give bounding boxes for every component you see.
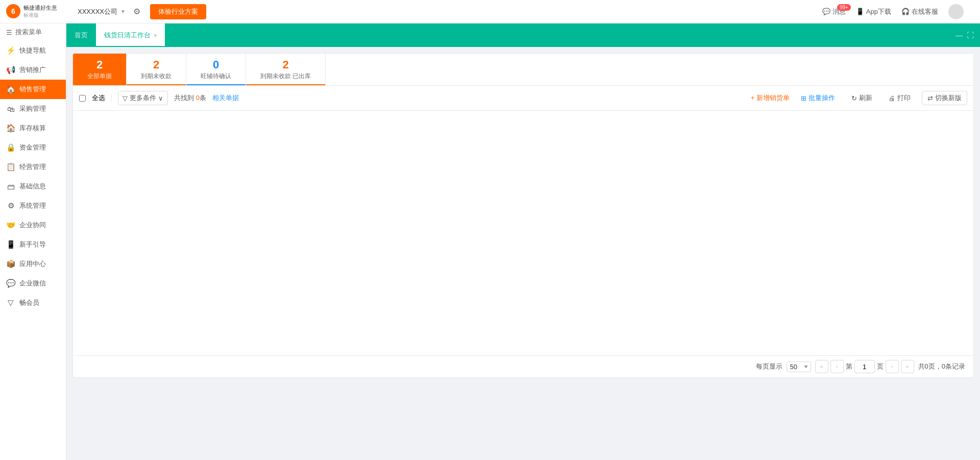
stat-tab-overdue[interactable]: 2 到期未收款 — [127, 54, 186, 85]
sidebar-item-wechat[interactable]: 💬 企业微信 — [0, 274, 66, 293]
guide-icon: 📱 — [6, 240, 15, 249]
sidebar-item-marketing[interactable]: 📢 营销推广 — [0, 60, 66, 80]
stats-bar: 2 全部单据 2 到期未收款 0 旺辅待确认 2 到期未收款 已出库 — [72, 53, 974, 86]
message-button[interactable]: 💬 消息 99+ — [822, 7, 846, 16]
trial-button[interactable]: 体验行业方案 — [150, 4, 206, 19]
sidebar-item-cooperation[interactable]: 🤝 企业协同 — [0, 215, 66, 235]
select-all-label: 全选 — [92, 93, 105, 103]
minimize-icon[interactable]: — — [955, 31, 963, 39]
stat-count-pending: 0 — [213, 58, 219, 71]
download-icon: 📱 — [856, 8, 864, 15]
finance-icon: 🔒 — [6, 143, 15, 152]
online-service-button[interactable]: 🎧 在线客服 — [901, 7, 938, 16]
tab-close-icon[interactable]: × — [154, 32, 157, 38]
top-bar: 6 畅捷通好生意 标准版 XXXXXX公司 ▼ ⚙ 体验行业方案 💬 消息 99… — [0, 0, 980, 23]
wechat-icon: 💬 — [6, 279, 15, 288]
sidebar-search[interactable]: ☰ 搜索菜单 — [0, 23, 66, 41]
app-download-button[interactable]: 📱 App下载 — [856, 7, 891, 16]
app-title: 畅捷通好生意 — [23, 4, 57, 11]
operation-icon: 📋 — [6, 162, 15, 172]
sidebar-item-finance[interactable]: 🔒 资金管理 — [0, 138, 66, 157]
sidebar: ☰ 搜索菜单 ⚡ 快捷导航 📢 营销推广 🏠 销售管理 🛍 采购管理 🏠 库存核… — [0, 0, 66, 460]
last-page-button[interactable]: » — [901, 360, 914, 373]
tab-bar-right: — ⛶ — [955, 31, 980, 39]
tab-bar: 首页 钱货日清工作台 × — ⛶ — [66, 23, 980, 47]
stat-label-pending: 旺辅待确认 — [201, 72, 231, 81]
new-sales-button[interactable]: + 新增销货单 — [751, 93, 790, 103]
sales-icon: 🏠 — [6, 85, 15, 94]
tab-underline-pending — [186, 84, 246, 85]
basic-icon: 🗃 — [6, 182, 15, 191]
page-text-suffix: 页 — [877, 362, 884, 371]
select-all-checkbox[interactable] — [79, 95, 86, 102]
per-page-select[interactable]: 50 10 20 100 — [787, 361, 811, 372]
sidebar-item-guide[interactable]: 📱 新手引导 — [0, 235, 66, 254]
stat-label-all: 全部单据 — [87, 72, 112, 81]
logo-area: 6 畅捷通好生意 标准版 — [6, 4, 72, 18]
sidebar-item-quick-nav[interactable]: ⚡ 快捷导航 — [0, 41, 66, 60]
batch-ops-button[interactable]: ⊞ 批量操作 — [796, 91, 840, 105]
stat-label-overdue-shipped: 到期未收款 已出库 — [260, 72, 311, 81]
top-right-area: 💬 消息 99+ 📱 App下载 🎧 在线客服 — [822, 4, 974, 19]
tab-workbench[interactable]: 钱货日清工作台 × — [96, 23, 165, 47]
message-badge: 99+ — [837, 4, 851, 11]
prev-page-button[interactable]: ‹ — [830, 360, 844, 373]
maximize-icon[interactable]: ⛶ — [967, 31, 974, 39]
stat-count-overdue: 2 — [153, 58, 159, 71]
stat-count-all: 2 — [96, 58, 103, 71]
more-filters-button[interactable]: ▽ 更多条件 ∨ — [118, 91, 168, 105]
apps-icon: 📦 — [6, 259, 15, 269]
page-nav: « ‹ 第 页 › » — [815, 360, 914, 373]
marketing-icon: 📢 — [6, 65, 15, 75]
sidebar-item-system[interactable]: ⚙ 系统管理 — [0, 196, 66, 215]
page-text-prefix: 第 — [846, 362, 852, 371]
system-icon: ⚙ — [6, 201, 15, 210]
search-icon: ☰ — [6, 29, 12, 36]
first-page-button[interactable]: « — [815, 360, 828, 373]
inventory-icon: 🏠 — [6, 124, 15, 133]
switch-version-button[interactable]: ⇄ 切换新版 — [922, 91, 967, 105]
logo-icon: 6 — [6, 4, 20, 18]
page-input[interactable] — [854, 360, 875, 373]
stat-count-overdue-shipped: 2 — [283, 58, 289, 71]
sidebar-item-operation[interactable]: 📋 经营管理 — [0, 157, 66, 177]
switch-icon: ⇄ — [927, 94, 933, 102]
total-text: 共0页，0条记录 — [918, 362, 965, 371]
table-area — [72, 111, 974, 356]
app-subtitle: 标准版 — [23, 12, 57, 19]
refresh-icon: ↻ — [851, 94, 857, 102]
cooperation-icon: 🤝 — [6, 221, 15, 230]
sidebar-item-sales[interactable]: 🏠 销售管理 — [0, 80, 66, 99]
settings-button[interactable]: ⚙ — [130, 5, 144, 19]
tab-home[interactable]: 首页 — [66, 23, 96, 47]
main-content: 2 全部单据 2 到期未收款 0 旺辅待确认 2 到期未收款 已出库 全选 ▽ … — [66, 47, 980, 460]
chevron-icon: ∨ — [158, 94, 163, 102]
company-name: XXXXXX公司 — [78, 7, 117, 16]
pagination-bar: 每页显示 50 10 20 100 « ‹ 第 页 › » 共0页，0条记录 — [72, 356, 974, 378]
chevron-down-icon: ▼ — [120, 9, 126, 14]
sidebar-item-inventory[interactable]: 🏠 库存核算 — [0, 118, 66, 138]
toolbar-divider-1 — [111, 94, 112, 102]
stat-tab-pending[interactable]: 0 旺辅待确认 — [186, 54, 246, 85]
sidebar-item-basic[interactable]: 🗃 基础信息 — [0, 177, 66, 196]
message-icon: 💬 — [822, 8, 830, 15]
batch-icon: ⊞ — [801, 94, 806, 102]
print-icon: 🖨 — [889, 94, 895, 102]
related-link[interactable]: 相关单据 — [212, 93, 239, 103]
stat-label-overdue: 到期未收款 — [141, 72, 172, 81]
company-selector[interactable]: XXXXXX公司 ▼ — [78, 7, 126, 16]
filter-icon: ▽ — [122, 94, 128, 102]
found-count: 0 — [196, 94, 200, 102]
sidebar-item-purchase[interactable]: 🛍 采购管理 — [0, 99, 66, 118]
tab-underline-overdue-shipped — [246, 84, 325, 85]
sidebar-item-member[interactable]: ▽ 畅会员 — [0, 293, 66, 312]
stat-tab-overdue-shipped[interactable]: 2 到期未收款 已出库 — [246, 54, 326, 85]
stat-tab-all[interactable]: 2 全部单据 — [73, 54, 127, 85]
print-button[interactable]: 🖨 打印 — [884, 91, 916, 105]
next-page-button[interactable]: › — [886, 360, 899, 373]
tab-underline-overdue — [127, 84, 186, 85]
refresh-button[interactable]: ↻ 刷新 — [846, 91, 877, 105]
avatar[interactable] — [948, 4, 964, 19]
toolbar: 全选 ▽ 更多条件 ∨ 共找到 0条 相关单据 + 新增销货单 ⊞ 批量操作 ↻… — [72, 86, 974, 111]
sidebar-item-apps[interactable]: 📦 应用中心 — [0, 254, 66, 274]
